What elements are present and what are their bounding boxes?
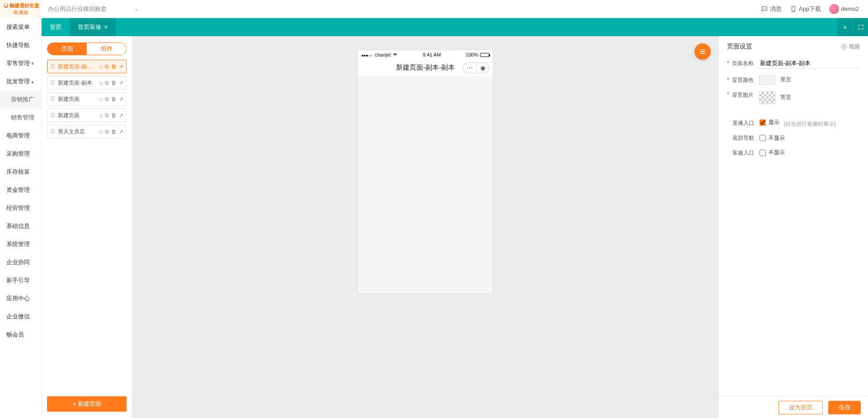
share-icon[interactable]: ↗ bbox=[119, 96, 123, 102]
copy-icon[interactable]: ⧉ bbox=[105, 80, 109, 86]
tabs-row: 首页 首页装修 × × bbox=[42, 18, 868, 36]
preview-header: 新建页面-副本-副本 ⋯ ◉ bbox=[358, 59, 493, 76]
sidebar-item[interactable]: 系统管理 bbox=[0, 235, 41, 253]
delete-icon[interactable]: 🗑 bbox=[111, 112, 117, 119]
bg-color-swatch[interactable] bbox=[759, 75, 775, 85]
share-icon[interactable]: ↗ bbox=[119, 63, 123, 70]
sidebar-item[interactable]: 电商管理 bbox=[0, 127, 41, 145]
reset-color-button[interactable]: 重置 bbox=[780, 76, 791, 83]
home-icon[interactable]: ⌂ bbox=[99, 112, 103, 119]
logo[interactable]: 畅捷通好生意 标准版 bbox=[0, 0, 42, 18]
service-entry-checkbox[interactable]: 不显示 bbox=[760, 149, 785, 157]
sidebar-subitem[interactable]: 营销推广 bbox=[0, 90, 41, 109]
wifi-icon bbox=[392, 52, 398, 57]
segment-pages[interactable]: 页面 bbox=[47, 43, 87, 55]
share-icon[interactable]: ↗ bbox=[119, 128, 123, 135]
home-icon[interactable]: ⌂ bbox=[99, 96, 103, 102]
battery-icon bbox=[480, 53, 489, 57]
copy-icon[interactable]: ⧉ bbox=[105, 112, 109, 119]
video-help-link[interactable]: 视频 bbox=[841, 43, 860, 51]
page-list-item[interactable]: ☰新建页面-副本-...⌂⧉🗑↗ bbox=[47, 60, 127, 73]
pages-panel: 页面 组件 ☰新建页面-副本-...⌂⧉🗑↗☰新建页面-副本⌂⧉🗑↗☰新建页面⌂… bbox=[42, 36, 132, 418]
segment-control: 页面 组件 bbox=[47, 43, 127, 55]
close-icon[interactable]: × bbox=[104, 24, 108, 31]
svg-point-2 bbox=[765, 8, 765, 9]
live-entry-checkbox[interactable]: 显示 bbox=[760, 119, 779, 126]
set-home-button[interactable]: 设为首页 bbox=[778, 401, 823, 414]
app-download-button[interactable]: App下载 bbox=[790, 5, 821, 13]
svg-point-4 bbox=[793, 10, 793, 11]
share-icon[interactable]: ↗ bbox=[119, 80, 123, 86]
messages-button[interactable]: 消息 bbox=[761, 5, 782, 13]
mobile-preview: chanjet 9:41 AM 100% 新建页面-副本-副本 ⋯ bbox=[358, 50, 493, 294]
save-button[interactable]: 保存 bbox=[828, 401, 861, 414]
chat-icon bbox=[761, 5, 768, 13]
sidebar-item[interactable]: 批发管理▲ bbox=[0, 72, 41, 90]
drag-handle-icon[interactable]: ☰ bbox=[50, 80, 55, 86]
canvas-area: chanjet 9:41 AM 100% 新建页面-副本-副本 ⋯ bbox=[132, 36, 719, 418]
fullscreen-button[interactable] bbox=[853, 18, 868, 36]
sidebar-item[interactable]: 资金管理 bbox=[0, 181, 41, 199]
sidebar-item[interactable]: 经营管理 bbox=[0, 199, 41, 217]
tab-decoration[interactable]: 首页装修 × bbox=[70, 18, 116, 36]
page-list-item[interactable]: ☰新建页面⌂⧉🗑↗ bbox=[47, 92, 127, 106]
svg-point-1 bbox=[764, 8, 764, 9]
sidebar-item[interactable]: 畅会员 bbox=[0, 326, 41, 344]
chevron-down-icon: ⌄ bbox=[135, 6, 138, 11]
delete-icon[interactable]: 🗑 bbox=[111, 96, 117, 102]
panel-title: 页面设置 bbox=[727, 43, 752, 51]
copy-icon[interactable]: ⧉ bbox=[105, 63, 109, 70]
sidebar-item[interactable]: 库存核算 bbox=[0, 163, 41, 181]
new-page-button[interactable]: + 新建页面 bbox=[47, 396, 127, 412]
phone-icon bbox=[790, 5, 797, 13]
sidebar-item[interactable]: 新手引导 bbox=[0, 271, 41, 290]
reset-image-button[interactable]: 重置 bbox=[780, 94, 791, 100]
status-bar: chanjet 9:41 AM 100% bbox=[358, 50, 493, 59]
copy-icon[interactable]: ⧉ bbox=[105, 128, 109, 135]
preview-body[interactable] bbox=[358, 76, 493, 294]
settings-panel: 页面设置 视频 *页面名称 *背景颜色 重 bbox=[719, 36, 868, 418]
avatar bbox=[829, 4, 839, 14]
topbar: 畅捷通好生意 标准版 办公用品行业模拟账套 ⌄ 消息 App下载 demo2 bbox=[0, 0, 868, 18]
more-icon[interactable]: ⋯ bbox=[463, 63, 476, 73]
home-icon[interactable]: ⌂ bbox=[99, 63, 103, 70]
sidebar-item[interactable]: 零售管理▼ bbox=[0, 54, 41, 72]
page-list-item[interactable]: ☰新建页面⌂⧉🗑↗ bbox=[47, 109, 127, 122]
drag-handle-icon[interactable]: ☰ bbox=[50, 96, 55, 102]
user-menu[interactable]: demo2 bbox=[829, 4, 859, 14]
page-name-input[interactable] bbox=[759, 58, 860, 69]
home-icon[interactable]: ⌂ bbox=[99, 128, 103, 135]
sidebar-item[interactable]: 采购管理 bbox=[0, 145, 41, 163]
account-select[interactable]: 办公用品行业模拟账套 ⌄ bbox=[48, 5, 138, 13]
menu-icon bbox=[698, 48, 707, 56]
tab-home[interactable]: 首页 bbox=[42, 18, 70, 36]
sidebar-subitem[interactable]: 销售管理 bbox=[0, 109, 41, 127]
close-all-button[interactable]: × bbox=[837, 18, 853, 36]
sidebar-item[interactable]: 企业协同 bbox=[0, 253, 41, 271]
svg-point-0 bbox=[763, 8, 764, 9]
toggle-panel-button[interactable] bbox=[694, 43, 711, 60]
page-list-item[interactable]: ☰新建页面-副本⌂⧉🗑↗ bbox=[47, 76, 127, 90]
copy-icon[interactable]: ⧉ bbox=[105, 96, 109, 102]
delete-icon[interactable]: 🗑 bbox=[111, 80, 117, 86]
drag-handle-icon[interactable]: ☰ bbox=[50, 63, 55, 70]
share-icon[interactable]: ↗ bbox=[119, 112, 123, 119]
bottom-nav-checkbox[interactable]: 不显示 bbox=[760, 134, 785, 142]
delete-icon[interactable]: 🗑 bbox=[111, 63, 117, 70]
play-icon bbox=[841, 43, 847, 50]
home-icon[interactable]: ⌂ bbox=[99, 80, 103, 86]
delete-icon[interactable]: 🗑 bbox=[111, 128, 117, 135]
drag-handle-icon[interactable]: ☰ bbox=[50, 112, 55, 119]
sidebar-item[interactable]: 搜索菜单 bbox=[0, 18, 41, 36]
sidebar-item[interactable]: 企业微信 bbox=[0, 308, 41, 326]
sidebar-item[interactable]: 快捷导航 bbox=[0, 36, 41, 54]
target-icon[interactable]: ◉ bbox=[476, 63, 489, 73]
sidebar-item[interactable]: 基础信息 bbox=[0, 217, 41, 235]
bg-image-picker[interactable] bbox=[759, 91, 775, 104]
sidebar-item[interactable]: 应用中心 bbox=[0, 290, 41, 308]
page-list-item[interactable]: ☰昊天文具店⌂⧉🗑↗ bbox=[47, 125, 127, 138]
sidebar: 搜索菜单快捷导航零售管理▼批发管理▲营销推广销售管理电商管理采购管理库存核算资金… bbox=[0, 18, 42, 418]
segment-components[interactable]: 组件 bbox=[87, 43, 126, 55]
drag-handle-icon[interactable]: ☰ bbox=[50, 128, 55, 135]
expand-icon bbox=[858, 24, 864, 30]
